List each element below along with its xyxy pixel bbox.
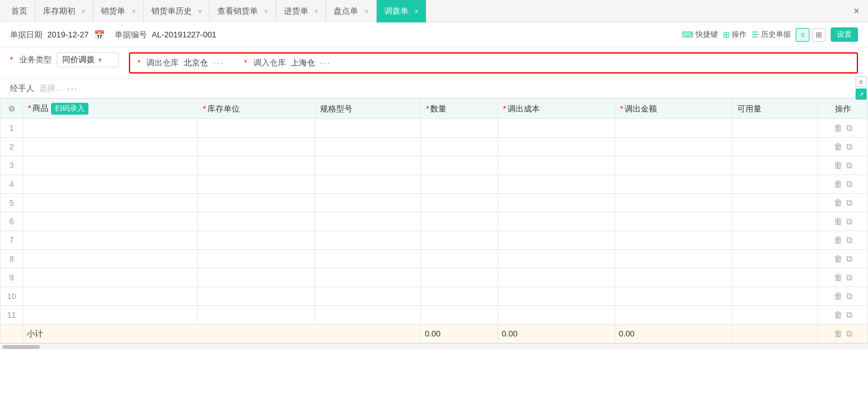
subtotal-label: 小计 [23,325,421,343]
doc-no-group: 单据编号 AL-20191227-001 [115,29,217,40]
amount-cell[interactable] [615,119,732,138]
product-cell[interactable] [23,138,198,156]
history-button[interactable]: ☰ 历史单据 [752,29,791,40]
unit-cell[interactable] [197,138,314,156]
in-warehouse-label: 调入仓库 [253,57,286,69]
qty-cell[interactable] [421,119,498,138]
copy-icon[interactable]: ⧉ [846,254,852,264]
tab-close-sales-order[interactable]: × [131,7,135,15]
operations-button[interactable]: ⊞ 操作 [723,29,747,40]
delete-icon[interactable]: 🗑 [834,235,842,245]
tab-home[interactable]: 首页 [2,0,35,22]
qty-cell[interactable] [421,138,498,156]
shortcuts-button[interactable]: ⌨ 快捷键 [682,29,718,40]
delete-icon[interactable]: 🗑 [834,272,842,283]
table-row: 4 🗑⧉ [1,175,868,194]
biz-type-section: * 业务类型 同价调拨 ▼ [10,52,119,67]
date-group: 单据日期 2019-12-27 📅 [10,29,105,40]
th-amount: *调出金额 [615,99,732,119]
copy-icon[interactable]: ⧉ [846,179,852,189]
out-warehouse-label: 调出仓库 [146,57,179,69]
copy-icon[interactable]: ⧉ [846,310,852,320]
table-row: 8 🗑⧉ [1,250,868,269]
in-warehouse-required: * [244,59,247,67]
tab-view-sales[interactable]: 查看销货单 × [210,0,276,22]
delete-icon[interactable]: 🗑 [834,160,842,171]
tab-close-sales-history[interactable]: × [198,7,202,15]
delete-icon[interactable]: 🗑 [834,310,842,320]
amount-cell[interactable] [615,138,732,156]
copy-icon[interactable]: ⧉ [846,328,852,339]
delete-icon[interactable]: 🗑 [834,123,842,133]
copy-icon[interactable]: ⧉ [846,235,852,245]
tab-close-purchase-order[interactable]: × [314,7,318,15]
tab-sales-order[interactable]: 销货单 × [93,0,143,22]
sidebar-note-button[interactable]: ≡ [856,76,867,87]
tab-close-inventory-init[interactable]: × [82,7,85,15]
tab-bar: 首页 库存期初 × 销货单 × 销货单历史 × 查看销货单 × 进货单 × 盘点… [0,0,868,22]
out-warehouse-required: * [138,59,141,67]
copy-icon[interactable]: ⧉ [846,291,852,302]
in-warehouse-value: 上海仓 [291,57,315,69]
delete-icon[interactable]: 🗑 [834,198,842,208]
copy-icon[interactable]: ⧉ [846,123,852,133]
layout-grid-icon[interactable]: ⊞ [812,28,826,42]
scan-barcode-button[interactable]: 扫码录入 [51,103,88,115]
keyboard-icon: ⌨ [682,30,694,39]
ops-cell: 🗑 ⧉ [818,138,868,156]
spec-cell[interactable] [314,138,420,156]
copy-icon[interactable]: ⧉ [846,216,852,227]
out-warehouse-section: * 调出仓库 北京仓 ··· [138,57,224,69]
out-warehouse-more-button[interactable]: ··· [213,58,224,68]
cost-cell[interactable] [498,119,615,138]
setting-button[interactable]: 设置 [831,27,858,42]
tab-purchase-order[interactable]: 进货单 × [276,0,326,22]
spec-cell[interactable] [314,119,420,138]
delete-icon[interactable]: 🗑 [834,179,842,189]
calendar-icon[interactable]: 📅 [94,30,105,40]
subtotal-row: 小计 0.00 0.00 0.00 🗑 ⧉ [1,325,868,343]
th-gear[interactable]: ⚙ [1,99,23,119]
in-warehouse-more-button[interactable]: ··· [320,58,331,68]
tab-close-inventory-check[interactable]: × [364,7,368,15]
form-area: * 业务类型 同价调拨 ▼ * 调出仓库 北京仓 ··· * 调入仓库 上海仓 … [0,47,868,79]
tab-close-view-sales[interactable]: × [264,7,268,15]
unit-cell[interactable] [197,119,314,138]
gear-icon: ⚙ [8,104,16,113]
available-cell[interactable] [732,119,818,138]
delete-icon[interactable]: 🗑 [834,328,842,339]
window-close-button[interactable]: × [845,0,868,22]
delete-icon[interactable]: 🗑 [834,254,842,264]
toolbar: 单据日期 2019-12-27 📅 单据编号 AL-20191227-001 ⌨… [0,22,868,47]
person-select[interactable]: 选择... [39,83,62,94]
in-warehouse-section: * 调入仓库 上海仓 ··· [244,57,331,69]
cost-cell[interactable] [498,138,615,156]
delete-icon[interactable]: 🗑 [834,216,842,227]
sidebar-expand-button[interactable]: ↗ [856,88,867,100]
copy-icon[interactable]: ⧉ [846,272,852,283]
tab-inventory-init[interactable]: 库存期初 × [35,0,93,22]
table-header-row: ⚙ *商品 扫码录入 *库存单位 规格型号 *数量 [1,99,868,119]
delete-icon[interactable]: 🗑 [834,141,842,152]
row-num: 1 [1,119,23,138]
delete-icon[interactable]: 🗑 [834,291,842,302]
scrollbar-thumb-h [2,345,40,349]
layout-list-icon[interactable]: ≡ [796,28,809,42]
data-table: ⚙ *商品 扫码录入 *库存单位 规格型号 *数量 [0,98,868,343]
person-row: 经手人 选择... ··· [0,79,868,98]
available-cell[interactable] [732,138,818,156]
tab-inventory-check[interactable]: 盘点单 × [326,0,376,22]
biz-type-select[interactable]: 同价调拨 ▼ [57,52,119,67]
doc-no-value: AL-20191227-001 [152,30,217,39]
person-more-button[interactable]: ··· [67,83,78,93]
horizontal-scrollbar[interactable] [0,343,868,350]
copy-icon[interactable]: ⧉ [846,160,852,171]
product-cell[interactable] [23,119,198,138]
person-label: 经手人 [10,83,34,94]
tab-close-transfer-order[interactable]: × [415,7,418,15]
tab-sales-history[interactable]: 销货单历史 × [144,0,210,22]
copy-icon[interactable]: ⧉ [846,141,852,152]
tab-transfer-order[interactable]: 调拨单 × [377,0,427,22]
copy-icon[interactable]: ⧉ [846,198,852,208]
history-icon: ☰ [752,30,759,39]
